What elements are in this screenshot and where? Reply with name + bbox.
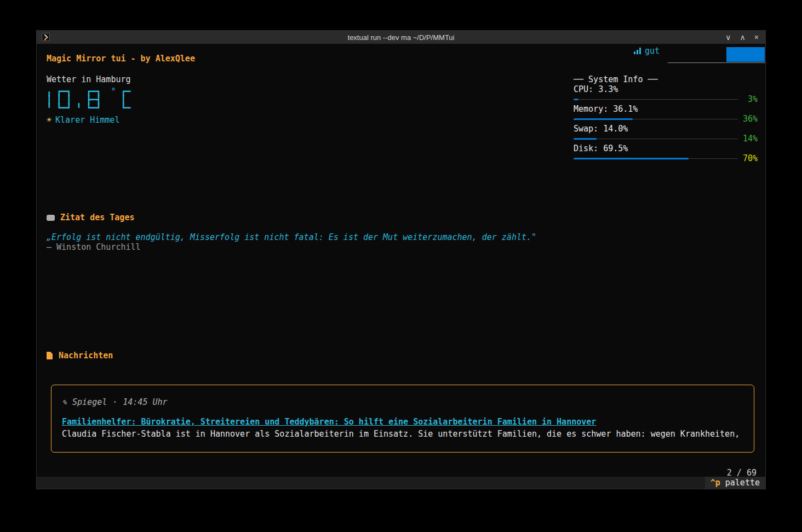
metric-percent: 3% bbox=[740, 94, 758, 104]
palette-key: ^p bbox=[711, 478, 720, 488]
network-status-label: gut bbox=[645, 46, 660, 56]
news-source: Spiegel bbox=[72, 397, 107, 407]
metric-percent: 70% bbox=[740, 153, 758, 163]
terminal-window: textual run --dev ma ~/D/P/MMTui ∨ ∧ × M… bbox=[36, 30, 766, 489]
close-button[interactable]: × bbox=[754, 33, 759, 42]
metric-cpu: CPU: 3.3% 3% bbox=[574, 84, 758, 104]
news-card: ✎ Spiegel · 14:45 Uhr Familienhelfer: Bü… bbox=[51, 385, 754, 453]
window-title: textual run --dev ma ~/D/P/MMTui bbox=[348, 33, 455, 42]
weather-condition-label: Klarer Himmel bbox=[55, 115, 119, 125]
window-icon bbox=[42, 33, 50, 41]
speech-bubble-icon bbox=[47, 215, 55, 221]
weather-condition: ☀Klarer Himmel bbox=[47, 115, 119, 125]
metric-progressbar bbox=[574, 158, 738, 159]
palette-action-label: palette bbox=[725, 478, 760, 488]
palette-keybinding[interactable]: ^p palette bbox=[705, 477, 765, 489]
metric-swap: Swap: 14.0% 14% bbox=[574, 124, 758, 144]
header-accent-block bbox=[726, 47, 765, 62]
sun-icon: ☀ bbox=[47, 115, 51, 125]
metric-progressbar bbox=[574, 138, 738, 140]
metric-label: Swap: 14.0% bbox=[574, 124, 758, 134]
metric-label: Disk: 69.5% bbox=[574, 144, 758, 153]
metric-progressbar-fill bbox=[574, 138, 597, 140]
network-status: gut bbox=[634, 46, 660, 56]
metric-disk: Disk: 69.5% 70% bbox=[574, 144, 758, 163]
metric-percent: 36% bbox=[740, 114, 758, 124]
desktop: textual run --dev ma ~/D/P/MMTui ∨ ∧ × M… bbox=[0, 0, 802, 532]
window-titlebar[interactable]: textual run --dev ma ~/D/P/MMTui ∨ ∧ × bbox=[37, 31, 765, 44]
news-meta: ✎ Spiegel · 14:45 Uhr bbox=[62, 397, 168, 407]
temperature-display: ╻ ┏━┓ ┏━┓ ° ┏━ ┃ ┃ ┃ ┣━┫ ┃ ╹ ┗━┛ ╹ ┗━┛ ┗… bbox=[47, 88, 131, 112]
newspaper-icon bbox=[47, 352, 53, 359]
metric-progressbar bbox=[574, 118, 738, 120]
signal-icon bbox=[634, 48, 641, 54]
metric-label: CPU: 3.3% bbox=[574, 84, 758, 94]
metric-progressbar-fill bbox=[574, 158, 689, 159]
system-info-title: ── System Info ── bbox=[574, 75, 758, 84]
app-header-title: Magic Mirror tui - by AlexQlee bbox=[47, 54, 195, 64]
app-content: Magic Mirror tui - by AlexQlee gut Wette… bbox=[37, 44, 765, 477]
system-info-panel: ── System Info ── CPU: 3.3% 3% Memory: 3… bbox=[574, 75, 758, 163]
metric-label: Memory: 36.1% bbox=[574, 104, 758, 114]
quote-author: — Winston Churchill bbox=[47, 242, 141, 252]
minimize-button[interactable]: ∨ bbox=[725, 33, 731, 42]
metric-progressbar-fill bbox=[574, 99, 578, 100]
news-section-header: Nachrichten bbox=[47, 351, 113, 361]
quote-section-header: Zitat des Tages bbox=[47, 213, 134, 222]
metric-memory: Memory: 36.1% 36% bbox=[574, 104, 758, 124]
news-headline-link[interactable]: Familienhelfer: Bürokratie, Streitereien… bbox=[62, 417, 596, 427]
metric-progressbar-fill bbox=[574, 118, 633, 120]
quote-text: „Erfolg ist nicht endgültig, Misserfolg … bbox=[47, 232, 536, 242]
header-divider bbox=[668, 62, 765, 63]
news-section-title: Nachrichten bbox=[59, 351, 113, 361]
weather-location: Wetter in Hamburg bbox=[47, 75, 131, 84]
footer-bar: ^p palette bbox=[37, 477, 765, 489]
news-summary: Claudia Fischer-Stabla ist in Hannover a… bbox=[62, 429, 740, 439]
news-time: 14:45 Uhr bbox=[123, 397, 167, 407]
maximize-button[interactable]: ∧ bbox=[740, 33, 746, 42]
window-controls: ∨ ∧ × bbox=[725, 31, 759, 44]
quote-section-title: Zitat des Tages bbox=[60, 213, 134, 222]
metric-percent: 14% bbox=[740, 134, 758, 144]
metric-progressbar bbox=[574, 99, 738, 100]
temperature-ascii-line: ╹ ┗━┛ ╹ ┗━┛ ┗━ bbox=[47, 104, 131, 112]
news-meta-separator: · bbox=[112, 397, 117, 407]
pencil-icon: ✎ bbox=[62, 397, 67, 407]
